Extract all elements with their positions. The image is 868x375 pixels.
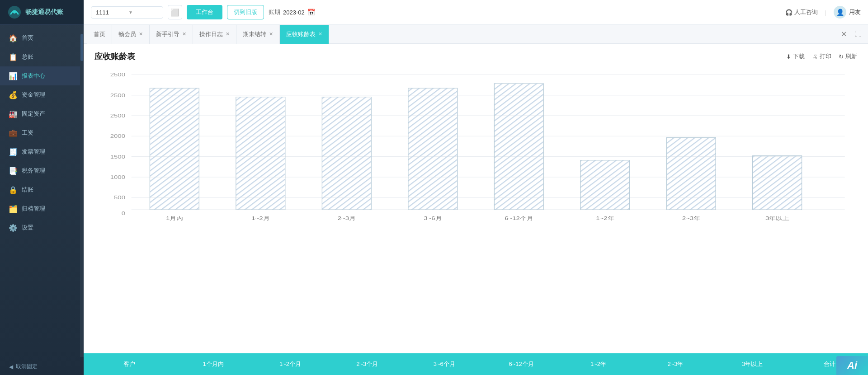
tabbar: 首页畅会员✕新手引导✕操作日志✕期末结转✕应收账龄表✕ ✕ ⛶ — [84, 25, 868, 44]
tab-member[interactable]: 畅会员✕ — [112, 25, 150, 44]
home-icon: 🏠 — [9, 34, 17, 42]
download-label: 下载 — [793, 52, 805, 61]
page-actions: ⬇ 下载 🖨 打印 ↻ 刷新 — [786, 52, 857, 61]
nav-label-home: 首页 — [22, 34, 33, 42]
sidebar-item-settings[interactable]: ⚙️ 设置 — [0, 218, 84, 237]
svg-text:2500: 2500 — [110, 72, 125, 78]
table-col-5: 6~12个月 — [483, 360, 560, 368]
tabbar-actions: ✕ ⛶ — [837, 28, 868, 41]
tab-close-period_close[interactable]: ✕ — [269, 31, 273, 37]
table-header: 客户1个月内1~2个月2~3个月3~6个月6~12个月1~2年2~3年3年以上合… — [84, 353, 868, 375]
switch-version-btn[interactable]: 切到旧版 — [227, 5, 264, 19]
nav-label-settings: 设置 — [22, 224, 33, 232]
period-info: 账期 2023-02 📅 — [269, 8, 315, 16]
refresh-icon: ↻ — [839, 53, 844, 60]
report-icon: 📊 — [9, 72, 17, 80]
sidebar-item-tax[interactable]: 📑 税务管理 — [0, 161, 84, 180]
nav-label-close: 结账 — [22, 186, 33, 194]
svg-point-1 — [13, 11, 16, 14]
tax-icon: 📑 — [9, 167, 17, 175]
sidebar-item-archive[interactable]: 🗂️ 归档管理 — [0, 199, 84, 218]
sidebar-item-close[interactable]: 🔒 结账 — [0, 180, 84, 199]
chart-inner: 2500 2500 2500 2000 1500 1000 500 0 — [94, 70, 857, 224]
bar-1-2-year — [580, 160, 630, 210]
company-dropdown-arrow: ▼ — [128, 10, 158, 15]
svg-text:2~3年: 2~3年 — [682, 216, 700, 221]
page-header: 应收账龄表 ⬇ 下载 🖨 打印 ↻ 刷新 — [84, 44, 868, 66]
app-logo-icon — [7, 5, 22, 19]
tab-close-ar_aging[interactable]: ✕ — [318, 31, 322, 37]
sidebar-item-payroll[interactable]: 💼 工资 — [0, 123, 84, 142]
company-name: 1111 — [96, 9, 126, 16]
payroll-icon: 💼 — [9, 129, 17, 137]
sidebar-item-invoice[interactable]: 🧾 发票管理 — [0, 142, 84, 161]
company-select[interactable]: 1111 ▼ — [91, 6, 163, 19]
svg-text:1~2月: 1~2月 — [251, 216, 269, 221]
nav-label-asset: 固定资产 — [22, 110, 45, 118]
svg-text:2500: 2500 — [110, 113, 125, 119]
expand-tabs-btn[interactable]: ⛶ — [852, 28, 864, 41]
topbar: 1111 ▼ ⬜ 工作台 切到旧版 账期 2023-02 📅 🎧 人工咨询 | … — [84, 0, 868, 25]
close-all-tabs-btn[interactable]: ✕ — [837, 28, 850, 41]
svg-text:0: 0 — [122, 211, 125, 216]
headset-icon: 🎧 — [785, 9, 793, 16]
tab-guide[interactable]: 新手引导✕ — [150, 25, 193, 44]
workbench-btn[interactable]: 工作台 — [187, 5, 222, 19]
tab-period_close[interactable]: 期末结转✕ — [236, 25, 280, 44]
tab-label-home: 首页 — [94, 30, 105, 38]
bar-chart: 2500 2500 2500 2000 1500 1000 500 0 — [94, 70, 857, 224]
sidebar-item-asset[interactable]: 🏭 固定资产 — [0, 104, 84, 123]
refresh-label: 刷新 — [845, 52, 857, 61]
ledger-icon: 📋 — [9, 53, 17, 61]
tab-label-guide: 新手引导 — [156, 30, 179, 38]
nav-label-fund: 资金管理 — [22, 91, 45, 99]
calendar-icon[interactable]: 📅 — [307, 9, 315, 16]
table-col-1: 1个月内 — [175, 360, 251, 368]
download-btn[interactable]: ⬇ 下载 — [786, 52, 805, 61]
avatar: 👤 — [834, 6, 846, 19]
ai-badge[interactable]: Ai — [836, 356, 868, 375]
bar-2-3-year — [666, 137, 716, 210]
period-value: 2023-02 — [283, 9, 305, 16]
table-col-8: 3年以上 — [714, 360, 791, 368]
bar-6-12-month — [494, 84, 543, 210]
cancel-fixed-btn[interactable]: ◀ 取消固定 — [0, 358, 84, 375]
svg-text:3~6月: 3~6月 — [424, 216, 442, 221]
service-btn[interactable]: 🎧 人工咨询 — [785, 8, 818, 16]
sidebar-item-report[interactable]: 📊 报表中心 — [0, 66, 84, 85]
download-icon: ⬇ — [786, 53, 791, 60]
cancel-fixed-label: 取消固定 — [16, 363, 38, 370]
tab-close-oplog[interactable]: ✕ — [226, 31, 230, 37]
content-area: 应收账龄表 ⬇ 下载 🖨 打印 ↻ 刷新 — [84, 44, 868, 375]
copy-icon: ⬜ — [170, 8, 179, 17]
sidebar-item-ledger[interactable]: 📋 总账 — [0, 47, 84, 66]
page-title: 应收账龄表 — [94, 51, 135, 62]
sidebar-item-fund[interactable]: 💰 资金管理 — [0, 85, 84, 104]
svg-text:6~12个月: 6~12个月 — [505, 216, 533, 221]
sidebar: 畅捷通易代账 🏠 首页 📋 总账 📊 报表中心 💰 资金管理 🏭 固定资产 💼 … — [0, 0, 84, 375]
tab-oplog[interactable]: 操作日志✕ — [193, 25, 236, 44]
main-area: 1111 ▼ ⬜ 工作台 切到旧版 账期 2023-02 📅 🎧 人工咨询 | … — [84, 0, 868, 375]
nav-label-invoice: 发票管理 — [22, 148, 45, 156]
nav-label-archive: 归档管理 — [22, 205, 45, 213]
user-area[interactable]: 👤 用友 — [834, 6, 861, 19]
pin-icon: ◀ — [9, 364, 13, 370]
user-name: 用友 — [849, 8, 861, 16]
svg-text:2~3月: 2~3月 — [338, 216, 356, 221]
bar-1-2-month — [236, 97, 285, 210]
tab-home[interactable]: 首页 — [87, 25, 112, 44]
nav-label-report: 报表中心 — [22, 72, 45, 80]
nav-label-payroll: 工资 — [22, 129, 33, 137]
copy-btn[interactable]: ⬜ — [168, 5, 182, 19]
table-col-3: 2~3个月 — [329, 360, 406, 368]
refresh-btn[interactable]: ↻ 刷新 — [839, 52, 857, 61]
sidebar-item-home[interactable]: 🏠 首页 — [0, 28, 84, 47]
tab-close-guide[interactable]: ✕ — [182, 31, 186, 37]
print-btn[interactable]: 🖨 打印 — [812, 52, 831, 61]
tab-ar_aging[interactable]: 应收账龄表✕ — [280, 25, 329, 44]
topbar-right: 🎧 人工咨询 | 👤 用友 — [785, 6, 861, 19]
svg-text:2000: 2000 — [110, 133, 125, 139]
tab-close-member[interactable]: ✕ — [139, 31, 143, 37]
svg-text:500: 500 — [114, 195, 125, 201]
close-icon: 🔒 — [9, 186, 17, 194]
